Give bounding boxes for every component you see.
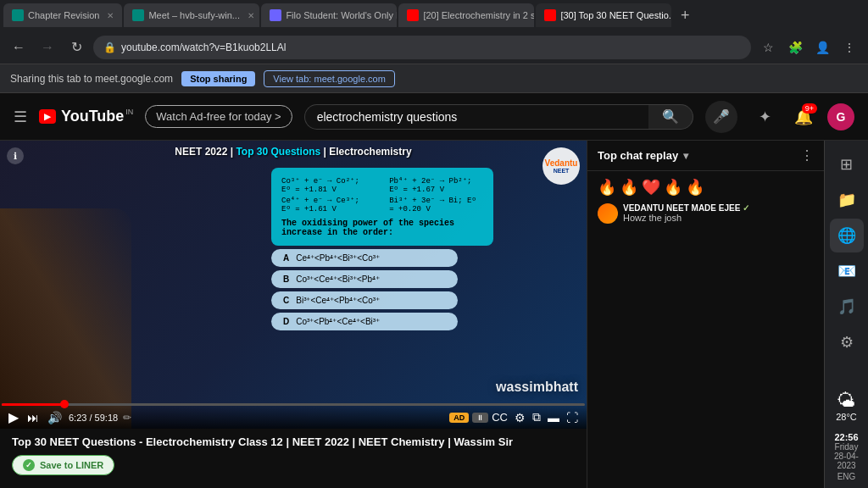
tab-favicon bbox=[407, 9, 419, 21]
youtube-logo-text: YouTube bbox=[61, 108, 124, 125]
search-input[interactable] bbox=[304, 104, 648, 130]
question-text: The oxidising power of the species incre… bbox=[281, 219, 483, 237]
emoji-4: 🔥 bbox=[664, 178, 682, 197]
extensions-icon[interactable]: 🧩 bbox=[783, 36, 807, 59]
question-title: NEET 2022 | Top 30 Questions | Electroch… bbox=[0, 141, 587, 163]
reaction3: Pb⁴⁺ + 2e⁻ → Pb²⁺; Eº = +1.67 V bbox=[389, 176, 483, 194]
chat-message: VEDANTU NEET MADE EJEE ✓ Howz the josh bbox=[598, 203, 814, 224]
chat-options-button[interactable]: ⋮ bbox=[800, 147, 814, 164]
vedantu-logo: Vedantu bbox=[545, 158, 578, 168]
play-button[interactable]: ▶ bbox=[7, 408, 20, 427]
video-player[interactable]: NEET 2022 | Top 30 Questions | Electroch… bbox=[0, 141, 587, 429]
notifications-button[interactable]: 🔔 9+ bbox=[788, 102, 819, 132]
tab-label: Filo Student: World's Only Li... bbox=[286, 10, 397, 20]
search-button[interactable]: 🔍 bbox=[648, 104, 693, 130]
tab-meet[interactable]: Meet – hvb-sufy-win... ✕ bbox=[124, 3, 259, 27]
sharing-bar: Sharing this tab to meet.google.com Stop… bbox=[0, 64, 868, 93]
option-c-letter: C bbox=[283, 296, 289, 305]
miniplayer-button[interactable]: ⧉ bbox=[531, 408, 542, 426]
settings-button[interactable]: ⚙ bbox=[513, 409, 527, 426]
tab-label: [20] Electrochemistry in 2 sho... bbox=[423, 10, 534, 20]
question-box: Co³⁺ + e⁻ → Co²⁺; Eº = +1.81 V Ce⁴⁺ + e⁻… bbox=[136, 164, 544, 334]
next-button[interactable]: ⏭ bbox=[25, 409, 41, 426]
edit-icon[interactable]: ✏ bbox=[123, 412, 131, 424]
save-to-liner-button[interactable]: ✓ Save to LINER bbox=[12, 455, 114, 475]
browser-chrome: Chapter Revision ✕ Meet – hvb-sufy-win..… bbox=[0, 0, 868, 93]
video-section: NEET 2022 | Top 30 Questions | Electroch… bbox=[0, 141, 587, 488]
profile-icon[interactable]: 👤 bbox=[810, 36, 834, 59]
tab-bar: Chapter Revision ✕ Meet – hvb-sufy-win..… bbox=[0, 0, 868, 30]
question-overlay: NEET 2022 | Top 30 Questions | Electroch… bbox=[0, 141, 587, 429]
menu-hamburger-icon[interactable]: ☰ bbox=[14, 108, 27, 126]
controls-row: ▶ ⏭ 🔊 6:23 / 59:18 ✏ AD ⏸ bbox=[0, 406, 587, 429]
chat-section: Top chat replay ▾ ⋮ 🔥 🔥 ❤️ 🔥 🔥 bbox=[587, 141, 824, 488]
address-bar: ← → ↻ 🔒 youtube.com/watch?v=B1kuob2LLAl … bbox=[0, 30, 868, 64]
new-tab-button[interactable]: + bbox=[673, 3, 697, 27]
view-tab-button[interactable]: View tab: meet.google.com bbox=[264, 70, 394, 87]
tab-close-btn[interactable]: ✕ bbox=[248, 11, 254, 20]
weather-icon: 🌤 bbox=[837, 390, 855, 412]
tab-filo[interactable]: Filo Student: World's Only Li... ✕ bbox=[261, 3, 397, 27]
chat-title-button[interactable]: Top chat replay ▾ bbox=[598, 149, 688, 162]
url-text: youtube.com/watch?v=B1kuob2LLAl bbox=[121, 42, 286, 53]
sidebar-mail-icon[interactable]: 📧 bbox=[830, 254, 864, 288]
search-bar: 🔍 bbox=[304, 104, 693, 130]
sidebar-settings-icon[interactable]: ⚙ bbox=[830, 325, 864, 359]
reaction4: Bi³⁺ + 3e⁻ → Bi; Eº = +0.20 V bbox=[389, 196, 483, 214]
chat-message-content: VEDANTU NEET MADE EJEE ✓ Howz the josh bbox=[623, 203, 749, 223]
bookmark-icon[interactable]: ☆ bbox=[756, 36, 780, 59]
volume-button[interactable]: 🔊 bbox=[46, 409, 64, 426]
option-c-text: Bi³⁺<Ce⁴⁺<Pb⁴⁺<Co³⁺ bbox=[296, 296, 380, 305]
captions-icon[interactable]: CC bbox=[492, 411, 508, 424]
tab-electrochemistry[interactable]: [20] Electrochemistry in 2 sho... ✕ bbox=[398, 3, 534, 27]
sidebar-files-icon[interactable]: 📁 bbox=[830, 183, 864, 217]
option-d[interactable]: D Co³⁺<Pb⁴⁺<Ce⁴⁺<Bi³⁺ bbox=[271, 313, 458, 330]
youtube-logo[interactable]: ▶ YouTube IN bbox=[39, 108, 133, 125]
sharing-text: Sharing this tab to meet.google.com bbox=[10, 73, 173, 85]
ad-badges: AD ⏸ CC bbox=[449, 411, 508, 424]
pause-badge: ⏸ bbox=[472, 413, 488, 423]
option-a-letter: A bbox=[283, 253, 289, 263]
sidebar-apps-icon[interactable]: ⊞ bbox=[830, 147, 864, 181]
account-avatar[interactable]: G bbox=[827, 103, 854, 130]
header-right: ✦ 🔔 9+ G bbox=[749, 102, 854, 132]
tab-top30-neet[interactable]: [30] Top 30 NEET Questio... ✕ bbox=[536, 3, 671, 27]
fullscreen-button[interactable]: ⛶ bbox=[565, 409, 580, 426]
option-c[interactable]: C Bi³⁺<Ce⁴⁺<Pb⁴⁺<Co³⁺ bbox=[271, 291, 458, 309]
create-video-button[interactable]: ✦ bbox=[749, 102, 780, 132]
chat-chevron-icon: ▾ bbox=[683, 150, 688, 162]
temperature-display: 28°C bbox=[836, 412, 857, 422]
tab-chapter-revision[interactable]: Chapter Revision ✕ bbox=[3, 3, 122, 27]
sidebar-music-icon[interactable]: 🎵 bbox=[830, 290, 864, 324]
lang-text: ENG bbox=[837, 472, 856, 481]
tab-label: Chapter Revision bbox=[28, 10, 99, 20]
info-button[interactable]: ℹ bbox=[7, 147, 24, 164]
watch-ad-button[interactable]: Watch Ad-free for today > bbox=[145, 105, 292, 128]
reaction1: Co³⁺ + e⁻ → Co²⁺; Eº = +1.81 V bbox=[281, 176, 372, 194]
forward-button[interactable]: → bbox=[36, 36, 59, 59]
right-sidebar: ⊞ 📁 🌐 📧 🎵 ⚙ 🌤 28°C 22:56 Friday 28-04-20… bbox=[824, 141, 868, 488]
youtube-country-badge: IN bbox=[125, 108, 133, 116]
menu-icon[interactable]: ⋮ bbox=[837, 36, 861, 59]
chat-message-text: Howz the josh bbox=[623, 213, 749, 223]
tab-favicon bbox=[270, 9, 281, 21]
teacher-area bbox=[0, 208, 131, 429]
option-b[interactable]: B Co³⁺<Ce⁴⁺<Bi³⁺<Pb⁴⁺ bbox=[271, 270, 458, 288]
youtube-header: ☰ ▶ YouTube IN Watch Ad-free for today >… bbox=[0, 93, 868, 141]
theater-button[interactable]: ▬ bbox=[546, 409, 561, 426]
voice-search-button[interactable]: 🎤 bbox=[705, 101, 737, 133]
day-text: Friday bbox=[835, 442, 859, 452]
reload-button[interactable]: ↻ bbox=[64, 36, 88, 59]
reaction2: Ce⁴⁺ + e⁻ → Ce³⁺; Eº = +1.61 V bbox=[281, 196, 372, 214]
emoji-2: 🔥 bbox=[620, 178, 638, 197]
stop-sharing-button[interactable]: Stop sharing bbox=[181, 71, 255, 86]
option-a[interactable]: A Ce⁴⁺<Pb⁴⁺<Bi³⁺<Co³⁺ bbox=[271, 249, 458, 267]
back-button[interactable]: ← bbox=[7, 36, 31, 59]
url-input[interactable]: 🔒 youtube.com/watch?v=B1kuob2LLAl bbox=[93, 36, 751, 59]
tab-close-btn[interactable]: ✕ bbox=[107, 11, 114, 20]
youtube-main: NEET 2022 | Top 30 Questions | Electroch… bbox=[0, 141, 868, 488]
time-text: 22:56 bbox=[834, 432, 858, 442]
video-info: Top 30 NEET Questions - Electrochemistry… bbox=[0, 429, 587, 482]
video-thumbnail: NEET 2022 | Top 30 Questions | Electroch… bbox=[0, 141, 587, 429]
sidebar-browser-icon[interactable]: 🌐 bbox=[830, 219, 864, 252]
